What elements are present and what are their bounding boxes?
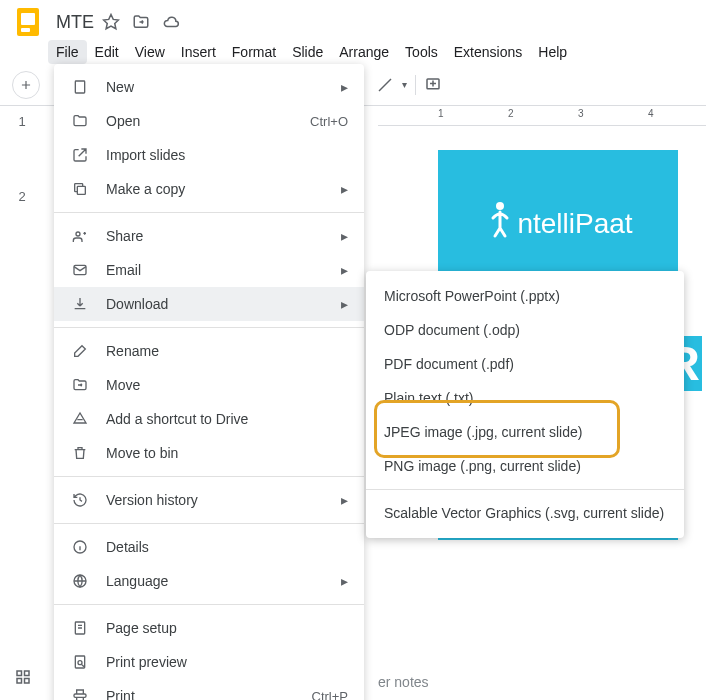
brand-figure-icon [483,200,517,240]
menu-extensions[interactable]: Extensions [446,40,530,64]
slides-logo[interactable] [10,4,46,40]
svg-rect-4 [77,186,85,194]
menu-format[interactable]: Format [224,40,284,64]
menu-edit[interactable]: Edit [87,40,127,64]
menu-make-copy[interactable]: Make a copy▸ [54,172,364,206]
chevron-right-icon: ▸ [336,228,348,244]
download-txt[interactable]: Plain text (.txt) [366,381,684,415]
print-icon [70,686,90,700]
speaker-notes[interactable]: er notes [378,674,429,690]
menu-move[interactable]: Move [54,368,364,402]
menubar: File Edit View Insert Format Slide Arran… [0,36,706,64]
menu-separator [54,212,364,213]
submenu-separator [366,489,684,490]
new-slide-button[interactable] [12,71,40,99]
line-tool-icon[interactable] [376,76,394,94]
svg-rect-3 [75,81,84,93]
menu-separator [54,604,364,605]
title-bar: MTE [0,0,706,36]
chevron-right-icon: ▸ [336,573,348,589]
menu-help[interactable]: Help [530,40,575,64]
thumbnail-1[interactable]: 1 [6,114,38,129]
svg-point-5 [76,232,80,236]
menu-version-history[interactable]: Version history▸ [54,483,364,517]
menu-separator [54,327,364,328]
history-icon [70,490,90,510]
info-icon [70,537,90,557]
comment-icon[interactable] [424,76,442,94]
menu-language[interactable]: Language▸ [54,564,364,598]
menu-rename[interactable]: Rename [54,334,364,368]
menu-new[interactable]: New▸ [54,70,364,104]
download-pdf[interactable]: PDF document (.pdf) [366,347,684,381]
menu-move-to-bin[interactable]: Move to bin [54,436,364,470]
download-odp[interactable]: ODP document (.odp) [366,313,684,347]
menu-download[interactable]: Download▸ [54,287,364,321]
svg-marker-0 [104,15,119,29]
toolbar-separator [415,75,416,95]
menu-separator [54,523,364,524]
chevron-down-icon[interactable]: ▾ [402,79,407,90]
thumbnail-2[interactable]: 2 [6,189,38,204]
new-icon [70,77,90,97]
drive-shortcut-icon [70,409,90,429]
ruler-horizontal: 1 2 3 4 [378,106,706,126]
star-icon[interactable] [102,13,120,31]
menu-add-shortcut[interactable]: Add a shortcut to Drive [54,402,364,436]
svg-rect-13 [25,671,30,676]
chevron-right-icon: ▸ [336,262,348,278]
menu-print[interactable]: PrintCtrl+P [54,679,364,700]
share-icon [70,226,90,246]
svg-point-11 [78,661,82,665]
svg-rect-12 [17,671,22,676]
move-icon [70,375,90,395]
move-folder-icon[interactable] [132,13,150,31]
folder-icon [70,111,90,131]
menu-arrange[interactable]: Arrange [331,40,397,64]
download-jpg[interactable]: JPEG image (.jpg, current slide) [366,415,684,449]
download-png[interactable]: PNG image (.png, current slide) [366,449,684,483]
svg-rect-15 [25,679,30,684]
copy-icon [70,179,90,199]
thumbnails-panel: 1 2 [0,106,44,700]
slides-logo-icon [17,8,39,36]
menu-details[interactable]: Details [54,530,364,564]
email-icon [70,260,90,280]
menu-open[interactable]: OpenCtrl+O [54,104,364,138]
file-menu-dropdown: New▸ OpenCtrl+O Import slides Make a cop… [54,64,364,700]
menu-import-slides[interactable]: Import slides [54,138,364,172]
page-setup-icon [70,618,90,638]
trash-icon [70,443,90,463]
menu-file[interactable]: File [48,40,87,64]
menu-email[interactable]: Email▸ [54,253,364,287]
menu-tools[interactable]: Tools [397,40,446,64]
preview-icon [70,652,90,672]
import-icon [70,145,90,165]
menu-page-setup[interactable]: Page setup [54,611,364,645]
document-title[interactable]: MTE [56,12,94,33]
chevron-right-icon: ▸ [336,296,348,312]
menu-separator [54,476,364,477]
menu-slide[interactable]: Slide [284,40,331,64]
cloud-status-icon[interactable] [162,13,180,31]
svg-point-2 [496,202,504,210]
menu-print-preview[interactable]: Print preview [54,645,364,679]
menu-view[interactable]: View [127,40,173,64]
svg-rect-14 [17,679,22,684]
grid-view-icon[interactable] [14,668,32,686]
brand-logo: ntelliPaat [483,200,632,240]
download-submenu: Microsoft PowerPoint (.pptx) ODP documen… [366,271,684,538]
globe-icon [70,571,90,591]
chevron-right-icon: ▸ [336,181,348,197]
download-pptx[interactable]: Microsoft PowerPoint (.pptx) [366,279,684,313]
chevron-right-icon: ▸ [336,492,348,508]
download-icon [70,294,90,314]
menu-insert[interactable]: Insert [173,40,224,64]
rename-icon [70,341,90,361]
download-svg[interactable]: Scalable Vector Graphics (.svg, current … [366,496,684,530]
chevron-right-icon: ▸ [336,79,348,95]
menu-share[interactable]: Share▸ [54,219,364,253]
